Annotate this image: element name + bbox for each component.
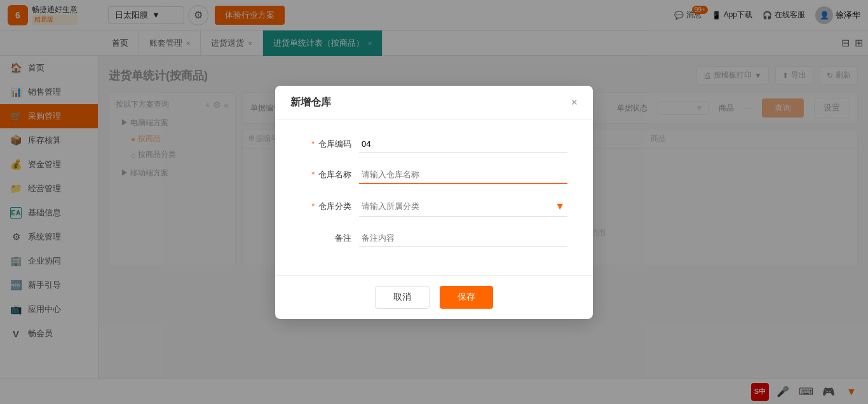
- dialog-close-button[interactable]: ×: [571, 96, 578, 109]
- dialog-footer: 取消 保存: [275, 275, 593, 319]
- chevron-down-icon: ▼: [555, 201, 565, 212]
- note-label: 备注: [301, 232, 351, 244]
- new-warehouse-dialog: 新增仓库 × * 仓库编码 * 仓库名称: [275, 86, 593, 319]
- modal-overlay: 新增仓库 × * 仓库编码 * 仓库名称: [0, 0, 868, 404]
- category-label: * 仓库分类: [301, 201, 351, 212]
- category-select[interactable]: ▼: [359, 197, 567, 217]
- form-row-note: 备注: [301, 229, 567, 247]
- code-label: * 仓库编码: [301, 138, 351, 150]
- form-row-code: * 仓库编码: [301, 135, 567, 153]
- form-row-name: * 仓库名称: [301, 166, 567, 184]
- form-row-category: * 仓库分类 ▼: [301, 197, 567, 217]
- name-label: * 仓库名称: [301, 169, 351, 180]
- dialog-title: 新增仓库: [290, 96, 331, 109]
- note-input[interactable]: [359, 229, 567, 247]
- category-select-input[interactable]: [362, 201, 555, 211]
- warehouse-name-input[interactable]: [359, 166, 567, 184]
- dialog-header: 新增仓库 ×: [275, 86, 593, 120]
- dialog-body: * 仓库编码 * 仓库名称 * 仓库分类: [275, 120, 593, 275]
- cancel-button[interactable]: 取消: [375, 286, 430, 309]
- save-button[interactable]: 保存: [440, 286, 493, 309]
- warehouse-code-input[interactable]: [359, 135, 567, 153]
